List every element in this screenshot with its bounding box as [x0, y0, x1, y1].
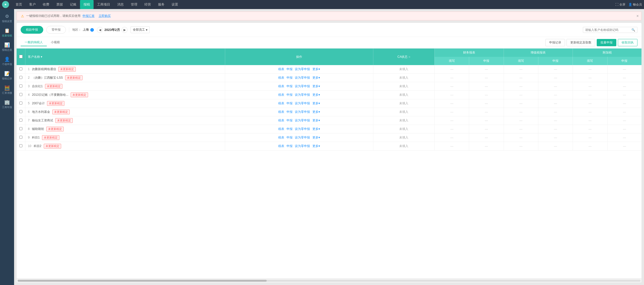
- op-declare[interactable]: 申报: [287, 110, 293, 114]
- row-checkbox[interactable]: [19, 136, 22, 139]
- nav-customer[interactable]: 客户: [26, 0, 39, 9]
- op-more[interactable]: 更多▾: [312, 76, 320, 79]
- sidebar-item-annual-report[interactable]: 🏢 工商年报: [0, 97, 14, 111]
- op-zero-declare[interactable]: 设为零申报: [295, 102, 310, 105]
- op-more[interactable]: 更多▾: [312, 136, 320, 139]
- declare-record-btn[interactable]: 申报记录: [545, 39, 565, 46]
- op-tax-table[interactable]: 税表: [278, 144, 284, 148]
- op-tax-table[interactable]: 税表: [278, 127, 284, 131]
- nav-service[interactable]: 服务: [154, 0, 168, 9]
- nav-fee[interactable]: 收费: [39, 0, 53, 9]
- row-checkbox-cell[interactable]: [17, 65, 25, 74]
- op-zero-declare[interactable]: 设为零申报: [295, 136, 310, 139]
- tab-general-taxpayer[interactable]: 一般的纳税人: [21, 39, 47, 46]
- row-checkbox[interactable]: [19, 102, 22, 105]
- sidebar-item-personal-tax[interactable]: 👤 个税申报: [0, 54, 14, 68]
- row-checkbox[interactable]: [19, 76, 22, 79]
- tab-tax-declare[interactable]: 税款申报: [21, 26, 43, 34]
- tab-zero-declare[interactable]: 零申报: [46, 26, 66, 34]
- collect-receipt-btn[interactable]: 收取回执: [618, 39, 637, 46]
- op-declare[interactable]: 申报: [287, 136, 293, 139]
- info-icon[interactable]: i: [90, 28, 94, 32]
- row-checkbox-cell[interactable]: [17, 116, 25, 125]
- op-zero-declare[interactable]: 设为零申报: [295, 84, 310, 88]
- op-tax-table[interactable]: 税表: [278, 102, 284, 105]
- search-input[interactable]: [585, 28, 630, 32]
- nav-tax[interactable]: 报税: [80, 0, 94, 9]
- op-zero-declare[interactable]: 设为零申报: [295, 110, 310, 114]
- op-tax-table[interactable]: 税表: [278, 136, 284, 139]
- select-all-checkbox[interactable]: [19, 55, 23, 58]
- op-declare[interactable]: 申报: [287, 84, 293, 88]
- row-checkbox[interactable]: [19, 127, 22, 130]
- row-checkbox-cell[interactable]: [17, 142, 25, 151]
- op-tax-table[interactable]: 税表: [278, 110, 284, 114]
- op-declare[interactable]: 申报: [287, 127, 293, 131]
- op-tax-table[interactable]: 税表: [278, 119, 284, 122]
- sidebar-item-batch-tax[interactable]: 📋 批量报税: [0, 25, 14, 40]
- row-checkbox[interactable]: [19, 110, 22, 113]
- row-checkbox[interactable]: [19, 144, 22, 147]
- sidebar-item-tax-record[interactable]: 📝 报税记录: [0, 68, 14, 83]
- op-more[interactable]: 更多▾: [312, 102, 320, 105]
- op-declare[interactable]: 申报: [287, 119, 293, 122]
- nav-message[interactable]: 消息: [114, 0, 127, 9]
- op-more[interactable]: 更多▾: [312, 84, 320, 88]
- op-more[interactable]: 更多▾: [312, 144, 320, 148]
- op-tax-table[interactable]: 税表: [278, 67, 284, 71]
- nav-home[interactable]: 首页: [12, 0, 26, 9]
- op-declare[interactable]: 申报: [287, 67, 293, 71]
- banner-link2[interactable]: 立即购买: [99, 14, 111, 18]
- op-more[interactable]: 更多▾: [312, 67, 320, 71]
- nav-bill[interactable]: 票据: [53, 0, 66, 9]
- nav-accounting[interactable]: 记账: [66, 0, 80, 9]
- op-zero-declare[interactable]: 设为零申报: [295, 127, 310, 131]
- row-checkbox-cell[interactable]: [17, 99, 25, 108]
- nav-business[interactable]: 工商项目: [94, 0, 114, 9]
- op-zero-declare[interactable]: 设为零申报: [295, 76, 310, 79]
- scroll-bar[interactable]: [17, 278, 641, 282]
- row-checkbox[interactable]: [19, 119, 22, 122]
- sidebar-item-tax-settings[interactable]: ⚙ 报税设置: [0, 11, 14, 25]
- row-checkbox-cell[interactable]: [17, 125, 25, 133]
- prev-month-btn[interactable]: ◀: [97, 27, 103, 33]
- banner-close-btn[interactable]: ×: [636, 14, 639, 18]
- row-checkbox[interactable]: [19, 67, 22, 70]
- row-checkbox-cell[interactable]: [17, 82, 25, 91]
- dept-select[interactable]: 全部员工 ▾: [131, 26, 150, 33]
- op-tax-table[interactable]: 税表: [278, 93, 284, 97]
- sidebar-item-tax-overview[interactable]: 📊 报税总览: [0, 40, 14, 54]
- op-more[interactable]: 更多▾: [312, 119, 320, 122]
- row-checkbox[interactable]: [19, 93, 22, 96]
- op-zero-declare[interactable]: 设为零申报: [295, 144, 310, 148]
- row-checkbox-cell[interactable]: [17, 108, 25, 116]
- update-tax-btn[interactable]: 更新税定及取数: [567, 39, 595, 46]
- op-zero-declare[interactable]: 设为零申报: [295, 67, 310, 71]
- op-more[interactable]: 更多▾: [312, 110, 320, 114]
- op-declare[interactable]: 申报: [287, 93, 293, 97]
- next-month-btn[interactable]: ▶: [122, 27, 128, 33]
- batch-declare-btn[interactable]: 批量申报: [597, 39, 616, 46]
- op-declare[interactable]: 申报: [287, 144, 293, 148]
- row-checkbox-cell[interactable]: [17, 133, 25, 142]
- nav-settings[interactable]: 设置: [168, 0, 182, 9]
- op-zero-declare[interactable]: 设为零申报: [295, 93, 310, 97]
- nav-manage[interactable]: 管理: [127, 0, 141, 9]
- sort-icon[interactable]: ▾: [41, 55, 42, 59]
- op-declare[interactable]: 申报: [287, 102, 293, 105]
- op-more[interactable]: 更多▾: [312, 93, 320, 97]
- tab-small-scale[interactable]: 小规模: [47, 39, 64, 46]
- search-icon[interactable]: 🔍: [631, 28, 635, 32]
- row-checkbox-cell[interactable]: [17, 91, 25, 99]
- fullscreen-btn[interactable]: ⛶ 全屏: [615, 3, 625, 7]
- nav-operation[interactable]: 经营: [141, 0, 154, 9]
- row-checkbox-cell[interactable]: [17, 74, 25, 82]
- member-btn[interactable]: 👤 畅会员: [628, 3, 642, 7]
- op-tax-table[interactable]: 税表: [278, 84, 284, 88]
- row-checkbox[interactable]: [19, 84, 22, 87]
- op-more[interactable]: 更多▾: [312, 127, 320, 131]
- op-tax-table[interactable]: 税表: [278, 76, 284, 79]
- banner-link1[interactable]: 申报汇签: [83, 14, 95, 18]
- op-declare[interactable]: 申报: [287, 76, 293, 79]
- sidebar-item-settlement[interactable]: 🧮 汇算清缴: [0, 83, 14, 97]
